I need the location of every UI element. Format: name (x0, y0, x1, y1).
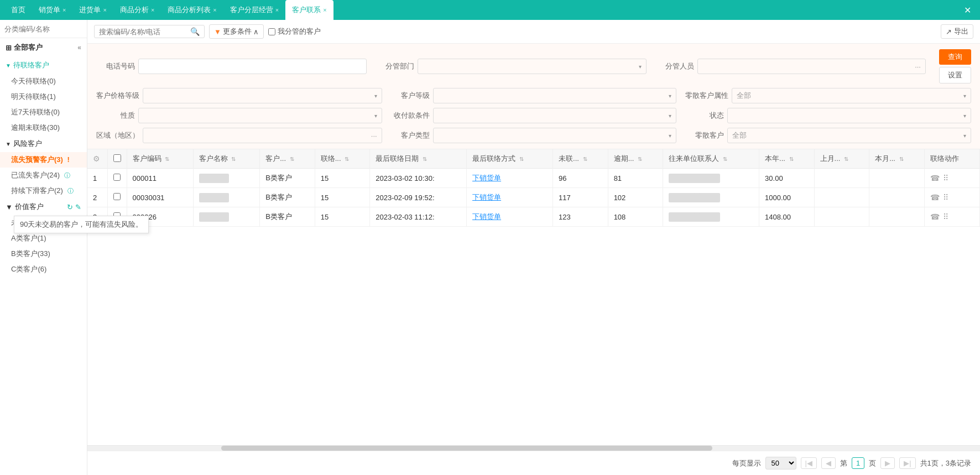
row-checkbox-1[interactable] (113, 193, 121, 200)
tab-sales-close[interactable]: × (62, 7, 66, 13)
tab-sales[interactable]: 销货单 × (32, 0, 72, 20)
search-input[interactable] (99, 28, 188, 36)
tab-customer-contact-label: 客户联系 (292, 5, 321, 15)
sort-icon-type[interactable]: ⇅ (290, 156, 294, 162)
sidebar-item-class-a-label: A类客户(1) (11, 234, 46, 242)
settings-gear-icon[interactable]: ⚙ (93, 154, 100, 163)
page-first-button[interactable]: |◀ (801, 457, 817, 469)
refresh-icon-value[interactable]: ↻ (67, 203, 73, 211)
sidebar-item-today-contact[interactable]: 今天待联络(0) (0, 74, 87, 89)
tab-product-list[interactable]: 商品分析列表 × (161, 0, 223, 20)
action-more-2[interactable]: ⠿ (943, 212, 948, 221)
filter-dept-select[interactable]: ▾ (418, 59, 646, 74)
sort-icon-this-month[interactable]: ⇅ (899, 156, 904, 162)
method-link-1[interactable]: 下销货单 (472, 193, 501, 201)
filter-phone-input[interactable] (138, 59, 367, 74)
my-customers-checkbox[interactable] (268, 28, 275, 35)
td-name-2: ██ (193, 207, 259, 227)
action-phone-0[interactable]: ☎ (930, 174, 940, 182)
tab-product-analysis[interactable]: 商品分析 × (113, 0, 161, 20)
more-filter-button[interactable]: ▼ 更多条件 ∧ (209, 24, 264, 39)
sidebar-item-tomorrow-contact-label: 明天待联络(1) (11, 92, 56, 101)
page-prev-button[interactable]: ◀ (821, 457, 836, 469)
query-button[interactable]: 查询 (939, 49, 971, 65)
filter-chevron: ∧ (253, 28, 259, 36)
row-checkbox-0[interactable] (113, 174, 121, 181)
filter-customer-grade-select[interactable]: ▾ (433, 88, 677, 103)
sidebar-item-declining[interactable]: 持续下滑客户(2) ⓘ (0, 183, 87, 199)
sort-icon-person[interactable]: ⇅ (723, 156, 727, 162)
sidebar-collapse-icon[interactable]: « (77, 44, 81, 51)
triangle-icon-risk: ▼ (6, 141, 11, 147)
tab-purchase[interactable]: 进货单 × (72, 0, 113, 20)
sidebar-item-class-b[interactable]: B类客户(33) (0, 246, 87, 262)
sidebar-item-tomorrow-contact[interactable]: 明天待联络(1) (0, 89, 87, 105)
sort-icon-uncontacted[interactable]: ⇅ (583, 156, 587, 162)
filter-region-dots[interactable]: ··· (371, 132, 377, 140)
sort-icon-overdue[interactable]: ⇅ (638, 156, 642, 162)
filter-scatter-customer-chevron: ▾ (963, 133, 966, 139)
my-customers-checkbox-wrap[interactable]: 我分管的客户 (268, 27, 321, 36)
tab-customer-contact-close[interactable]: × (323, 7, 326, 13)
th-contact-person-label: 往来单位联系人 (669, 154, 719, 163)
filter-nature-select[interactable]: ▾ (138, 108, 382, 123)
sidebar-group-value[interactable]: ▼ 价值客户 ↻ ✎ (0, 199, 87, 215)
sidebar-item-churned[interactable]: 已流失客户(24) ⓘ (0, 168, 87, 183)
action-phone-1[interactable]: ☎ (930, 193, 940, 202)
sidebar-item-week-contact[interactable]: 近7天待联络(0) (0, 105, 87, 120)
horizontal-scrollbar[interactable] (87, 445, 980, 451)
filter-price-grade-chevron: ▾ (374, 93, 377, 99)
tab-customer-segment-close[interactable]: × (275, 7, 279, 13)
filter-price-grade-select[interactable]: ▾ (143, 88, 382, 103)
filter-person-label: 分管人员 (655, 61, 694, 71)
sidebar-item-churn-warning[interactable]: 流失预警客户(3) ! (0, 152, 87, 168)
warning-icon: ! (67, 155, 70, 164)
action-more-0[interactable]: ⠿ (943, 174, 948, 182)
sort-icon-last-month[interactable]: ⇅ (844, 156, 848, 162)
filter-payment-select[interactable]: ▾ (433, 108, 677, 123)
per-page-select[interactable]: 50 100 200 (765, 457, 796, 469)
th-actions-label: 联络动作 (930, 154, 959, 163)
window-close-button[interactable]: ✕ (960, 5, 976, 15)
filter-person-dots[interactable]: ··· (915, 62, 921, 71)
sidebar-item-overdue-contact[interactable]: 逾期未联络(30) (0, 120, 87, 135)
tab-customer-segment[interactable]: 客户分层经营 × (223, 0, 285, 20)
scrollbar-thumb[interactable] (221, 446, 712, 451)
page-next-button[interactable]: ▶ (880, 457, 895, 469)
tab-purchase-close[interactable]: × (103, 7, 106, 13)
filter-status-select[interactable]: ▾ (727, 108, 971, 123)
filter-scatter-attr-select[interactable]: 全部 ▾ (732, 88, 971, 103)
filter-customer-type-select[interactable]: ▾ (433, 128, 677, 143)
sort-icon-year[interactable]: ⇅ (789, 156, 794, 162)
sort-icon-method[interactable]: ⇅ (519, 156, 524, 162)
tab-home[interactable]: 首页 (4, 0, 32, 20)
action-phone-2[interactable]: ☎ (930, 212, 940, 221)
sort-icon-contact[interactable]: ⇅ (345, 156, 349, 162)
main-layout: 🔍 ⊞ 全部客户 « ▼ 待联络客户 今天待联络(0) 明天待联络(1) 近7天… (0, 20, 980, 475)
settings-button[interactable]: 设置 (939, 67, 971, 83)
method-link-2[interactable]: 下销货单 (472, 212, 501, 221)
sort-icon-date[interactable]: ⇅ (423, 156, 427, 162)
filter-person-select[interactable]: ··· (697, 59, 926, 74)
sidebar-group-pending-contact[interactable]: ▼ 待联络客户 (0, 57, 87, 74)
td-uncontacted-2: 123 (553, 207, 608, 227)
td-this-year-1: 1000.00 (759, 188, 815, 207)
tab-product-analysis-close[interactable]: × (151, 7, 154, 13)
method-link-0[interactable]: 下销货单 (472, 174, 501, 182)
sidebar-item-class-c[interactable]: C类客户(6) (0, 262, 87, 277)
filter-scatter-customer-select[interactable]: 全部 ▾ (727, 128, 971, 143)
sort-icon-name[interactable]: ⇅ (231, 156, 236, 162)
edit-icon-value[interactable]: ✎ (75, 203, 81, 211)
filter-phone-label: 电话号码 (96, 61, 135, 71)
export-button[interactable]: ↗ 导出 (941, 24, 973, 39)
tab-customer-contact[interactable]: 客户联系 × (285, 0, 333, 20)
action-more-1[interactable]: ⠿ (943, 193, 948, 202)
filter-region-select[interactable]: ··· (143, 128, 382, 143)
tab-product-list-close[interactable]: × (213, 7, 216, 13)
search-icon-btn[interactable]: 🔍 (190, 27, 200, 36)
select-all-checkbox[interactable] (113, 154, 121, 162)
sort-icon-code[interactable]: ⇅ (165, 156, 169, 162)
sidebar-search-input[interactable] (4, 25, 87, 33)
page-last-button[interactable]: ▶| (899, 457, 915, 469)
sidebar-group-risk[interactable]: ▼ 风险客户 (0, 135, 87, 152)
